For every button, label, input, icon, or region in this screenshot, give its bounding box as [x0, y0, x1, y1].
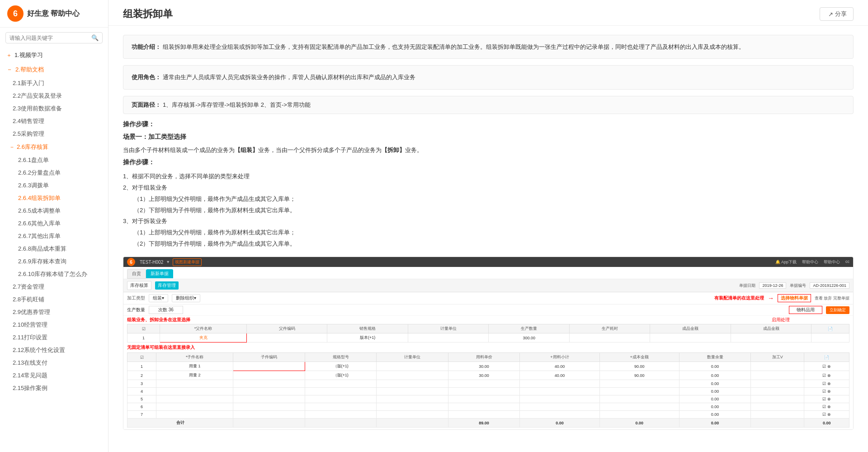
- mock-upper-cell-code: [247, 333, 327, 343]
- mock-upper-row-1: 1 夹克 版本(+1) 300.00: [127, 333, 849, 343]
- mock-lr1-sub: 40.00: [520, 362, 599, 371]
- mock-lr2-check: 2: [127, 371, 156, 380]
- scenario-title: 场景一：加工类型选择: [123, 133, 854, 141]
- mock-lower-table: ☑ *子件名称 子件编码 规格型号 计量单位 用料单价 +用料小计 +成本金额 …: [127, 352, 849, 428]
- sidebar-item-s263[interactable]: 2.6.3调拨单: [0, 179, 108, 192]
- mock-lr2-unit: [377, 371, 448, 380]
- sidebar-item-s262[interactable]: 2.6.2分量盘点单: [0, 167, 108, 179]
- mock-app-dl: 🔔 App下载: [775, 259, 797, 265]
- mock-help-center: 帮助中心: [802, 259, 818, 265]
- mock-lth-check: ☑: [127, 353, 156, 362]
- mock-lr1-price: 30.00: [448, 362, 519, 371]
- function-intro-text: 组装拆卸单用来处理企业组装或拆卸等加工业务，支持有固定装配清单的产品加工业务，也…: [163, 43, 745, 50]
- mock-upper-cell-spec: 版本(+1): [327, 333, 408, 343]
- share-button[interactable]: ↗ 分享: [820, 7, 854, 21]
- mock-tabs-row: 自贡 新新单据: [123, 267, 853, 279]
- mock-top-nav: 6 TEST-H002 ▼ 视图新建单据 🔔 App下载 帮助中心 帮助中心 c…: [123, 257, 853, 267]
- mock-lower-row-2: 2 用量 2 （版(+1) 30.00 40.00 90.00 0.00: [127, 371, 849, 380]
- sidebar-item-s24[interactable]: 2.4销售管理: [0, 115, 108, 128]
- annotation-peizhidan: 有装配清单的在这里处理: [714, 295, 764, 301]
- plus-icon: ＋: [6, 52, 12, 59]
- sidebar-nav: ＋ 1.视频学习 － 2.帮助文档 2.1新手入门 2.2产品安装及登录 2.3…: [0, 48, 108, 452]
- sidebar-item-s266[interactable]: 2.6.6其他入库单: [0, 217, 108, 230]
- mock-help2: 帮助中心: [824, 259, 840, 265]
- mock-app-id: TEST-H002: [140, 260, 163, 265]
- mock-lower-row-5: 50.00☑ ⊗: [127, 395, 849, 403]
- mock-lth-remain: 数量余量: [679, 353, 750, 362]
- mock-lr1-remain: 0.00: [679, 362, 750, 371]
- mock-th-time: 生产耗时: [569, 324, 650, 333]
- sidebar-item-s267[interactable]: 2.6.7其他出库单: [0, 230, 108, 243]
- mock-lr1-unit: [377, 362, 448, 371]
- path-block: 页面路径：1、库存核算->库存管理->组装拆卸单 2、首页->常用功能: [123, 96, 854, 114]
- mock-preview: 查看 放弃 完整单据: [815, 295, 849, 301]
- sidebar-item-s21[interactable]: 2.1新手入门: [0, 77, 108, 90]
- mock-upper-cell-op: [811, 333, 849, 343]
- search-icon[interactable]: 🔍: [91, 34, 99, 41]
- mock-lth-cost: +成本金额: [599, 353, 679, 362]
- sidebar-item-s1[interactable]: ＋ 1.视频学习: [0, 48, 108, 62]
- mock-upper-cell-amt2: [731, 333, 811, 343]
- sidebar-item-s215[interactable]: 2.15操作案例: [0, 382, 108, 395]
- sidebar-item-s268[interactable]: 2.6.8商品成本重算: [0, 243, 108, 255]
- sidebar-item-s210[interactable]: 2.10经营管理: [0, 319, 108, 331]
- mock-th-check: ☑: [127, 324, 160, 333]
- mock-lr2-spec: （版(+1): [305, 371, 376, 380]
- mock-tab-zicun: 自贡: [127, 269, 146, 279]
- screenshot-container: 6 TEST-H002 ▼ 视图新建单据 🔔 App下载 帮助中心 帮助中心 c…: [123, 257, 854, 430]
- role-label: 使用角色：: [132, 74, 161, 81]
- sidebar-item-s28[interactable]: 2.8手机旺铺: [0, 293, 108, 306]
- mock-th-parent-code: 父件编码: [247, 324, 327, 333]
- sidebar-item-s26[interactable]: － 2.6库存核算: [0, 140, 108, 154]
- sidebar-item-s22[interactable]: 2.2产品安装及登录: [0, 90, 108, 102]
- mock-row1: 加工类型 组装▾ 删除组织▾ 有装配清单的在这里处理 → 选择物料单据 查看 放…: [123, 292, 853, 305]
- sidebar-item-s261[interactable]: 2.6.1盘点单: [0, 154, 108, 167]
- mock-footer-v3: 0.00: [599, 419, 679, 428]
- sidebar-item-s29[interactable]: 2.9优惠券管理: [0, 306, 108, 319]
- mock-footer-v2: 0.00: [520, 419, 599, 428]
- sidebar-item-s213[interactable]: 2.13在线支付: [0, 357, 108, 369]
- mock-btn-kucun: 库存核算: [127, 281, 151, 290]
- search-box[interactable]: 🔍: [5, 32, 103, 43]
- mock-lth-subtotal: +用料小计: [520, 353, 599, 362]
- mock-upper-cell-time: [569, 333, 650, 343]
- mock-lth-price: 用料单价: [448, 353, 519, 362]
- mock-qty-label: 生产数量: [127, 307, 145, 313]
- sidebar-item-s23[interactable]: 2.3使用前数据准备: [0, 102, 108, 115]
- mock-lth-child-name: *子件名称: [156, 353, 233, 362]
- sidebar-item-s214[interactable]: 2.14常见问题: [0, 369, 108, 382]
- sidebar-item-s25[interactable]: 2.5采购管理: [0, 128, 108, 140]
- sidebar-item-s211[interactable]: 2.11打印设置: [0, 331, 108, 344]
- ops-steps-title: 操作步骤：: [123, 158, 854, 167]
- ops-section: 操作步骤： 场景一：加工类型选择 当由多个子件材料组装成一个成品的业务为【组装】…: [123, 120, 854, 250]
- mock-footer-total: 合计: [127, 419, 233, 428]
- mock-lr2-remain: 0.00: [679, 371, 750, 380]
- mock-upper-table-area: ☑ *父件名称 父件编码 销售规格 计量单位 生产数量 生产耗时 成品金额 成品…: [123, 323, 853, 343]
- search-input[interactable]: [9, 35, 91, 41]
- sidebar: 6 好生意 帮助中心 🔍 ＋ 1.视频学习 － 2.帮助文档 2.1新手入门 2…: [0, 0, 108, 452]
- function-intro-block: 功能介绍：组装拆卸单用来处理企业组装或拆卸等加工业务，支持有固定装配清单的产品加…: [123, 35, 854, 59]
- mock-lr2-code: [233, 371, 305, 380]
- minus-icon-s26: －: [9, 143, 15, 151]
- app-logo: 6: [7, 5, 24, 22]
- mock-lr1-name: 用量 1: [156, 362, 233, 371]
- path-text: 1、库存核算->库存管理->组装拆卸单 2、首页->常用功能: [163, 101, 311, 108]
- mock-upper-cell-unit: [408, 333, 488, 343]
- app-name: 好生意 帮助中心: [27, 9, 80, 19]
- mock-logo: 6: [127, 258, 135, 266]
- mock-qty-input: 次数 36: [149, 306, 183, 314]
- sidebar-item-s2610[interactable]: 2.6.10库存账本错了怎么办: [0, 268, 108, 281]
- sidebar-item-s269[interactable]: 2.6.9库存账本查询: [0, 255, 108, 268]
- topbar: 组装拆卸单 ↗ 分享: [108, 0, 868, 26]
- mock-upper-cell-name: 夹克: [160, 333, 247, 343]
- arrow-icon-1: →: [768, 295, 774, 302]
- sidebar-item-s265[interactable]: 2.6.5成本调整单: [0, 205, 108, 217]
- sidebar-item-s2[interactable]: － 2.帮助文档: [0, 62, 108, 77]
- sidebar-item-s212[interactable]: 2.12系统个性化设置: [0, 344, 108, 357]
- sidebar-item-s264[interactable]: 2.6.4组装拆卸单: [0, 192, 108, 205]
- mock-ann-row: 组装业务、拆卸业务在这里选择 启用处理: [123, 316, 853, 323]
- mock-footer-v5: 0.00: [804, 419, 849, 428]
- mock-lower-table-area: ☑ *子件名称 子件编码 规格型号 计量单位 用料单价 +用料小计 +成本金额 …: [123, 352, 853, 429]
- mock-lr1-code: [233, 362, 305, 371]
- sidebar-item-s27[interactable]: 2.7资金管理: [0, 281, 108, 293]
